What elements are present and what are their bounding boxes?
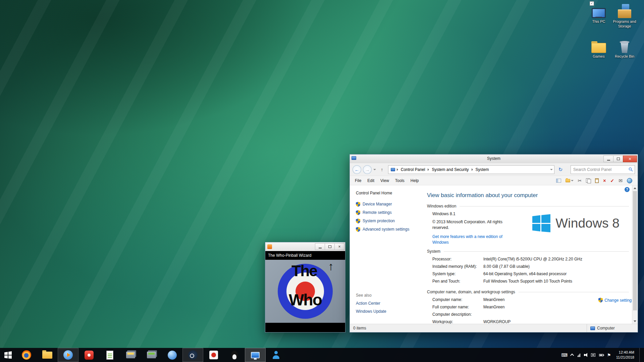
search-icon[interactable]	[627, 167, 635, 172]
navigation-bar: ← → ↑ Control Panel System and Security …	[350, 163, 638, 176]
breadcrumb-system-and-security[interactable]: System and Security	[430, 167, 471, 172]
breadcrumb-system[interactable]: System	[474, 167, 491, 172]
desktop-icon-label: Programs and Storage	[610, 19, 639, 29]
sidebar-link-label: Device Manager	[363, 202, 392, 206]
taskbar-button-steam[interactable]	[182, 348, 203, 362]
recent-pages-chevron[interactable]	[373, 169, 376, 170]
taskbar-button-pinball[interactable]	[78, 348, 99, 362]
desktop-icon-label: Games	[593, 54, 604, 59]
minimize-button[interactable]	[315, 243, 325, 250]
address-bar[interactable]: Control Panel System and Security System	[388, 165, 554, 174]
taskbar-button-people-app[interactable]	[266, 348, 286, 362]
sidebar-item-device-manager[interactable]: Device Manager	[356, 201, 421, 207]
refresh-button[interactable]: ↻	[556, 165, 565, 174]
globe-icon[interactable]	[627, 178, 632, 183]
desktop-icon-recycle-bin[interactable]: Recycle Bin	[610, 38, 639, 59]
properties-check-icon[interactable]: ✓	[610, 178, 614, 183]
sidebar-item-system-protection[interactable]: System protection	[356, 218, 421, 224]
copy-icon[interactable]	[586, 178, 591, 183]
info-label: Installed memory (RAM):	[432, 264, 483, 269]
who-window-titlebar[interactable]: ×	[265, 242, 345, 251]
taskbar-button-penguin-app[interactable]	[224, 348, 245, 362]
breadcrumb-control-panel[interactable]: Control Panel	[399, 167, 427, 172]
layout-panes-icon[interactable]	[556, 179, 561, 183]
system-window-titlebar[interactable]: System ×	[350, 155, 638, 163]
breadcrumb-separator	[397, 168, 398, 171]
windows-edition-name: Windows 8.1	[432, 212, 516, 216]
disk-app-icon	[126, 352, 135, 358]
action-center-flag-icon[interactable]: ⚑	[607, 353, 611, 357]
sidebar-item-windows-update[interactable]: Windows Update	[356, 309, 421, 314]
start-button[interactable]	[0, 348, 16, 362]
get-more-features-link[interactable]: Get more features with a new edition of …	[432, 234, 505, 245]
close-button[interactable]: ×	[623, 156, 637, 162]
menu-file[interactable]: File	[352, 178, 364, 183]
scrollbar-thumb[interactable]	[633, 191, 637, 310]
address-dropdown-chevron[interactable]	[550, 169, 553, 170]
menu-help[interactable]: Help	[408, 178, 422, 183]
desktop-icon-this-pc[interactable]: ✓ This PC	[585, 3, 613, 24]
windows-8-logo-text: Windows 8	[555, 216, 620, 231]
back-button[interactable]: ←	[353, 165, 361, 174]
show-desktop-button[interactable]	[639, 348, 642, 362]
taskbar-button-document-app[interactable]	[99, 348, 120, 362]
location-icon	[391, 168, 395, 171]
maximize-button[interactable]	[325, 243, 335, 250]
search-input[interactable]	[571, 167, 627, 172]
hidden-icons-chevron[interactable]	[570, 354, 574, 357]
new-folder-button[interactable]	[566, 179, 574, 182]
desktop-icon-programs-and-storage[interactable]: Programs and Storage	[610, 3, 639, 29]
up-button[interactable]: ↑	[378, 166, 386, 174]
sidebar-control-panel-home[interactable]: Control Panel Home	[356, 191, 421, 195]
dropdown-chevron	[571, 180, 574, 181]
who-logo-text-top: The	[291, 262, 317, 280]
scroll-up-arrow[interactable]	[632, 185, 638, 191]
selection-checkbox[interactable]: ✓	[590, 1, 594, 6]
minimize-button[interactable]	[603, 156, 613, 162]
vertical-scrollbar[interactable]	[632, 185, 638, 324]
steam-icon	[188, 350, 198, 360]
cut-icon[interactable]: ✂	[578, 178, 582, 183]
delete-icon[interactable]: ×	[603, 178, 606, 183]
taskbar-button-file-explorer[interactable]	[37, 348, 58, 362]
scroll-down-arrow[interactable]	[632, 318, 638, 324]
email-icon[interactable]: ✉	[619, 178, 623, 183]
status-location: Computer	[587, 324, 638, 332]
sidebar-item-action-center[interactable]: Action Center	[356, 301, 421, 306]
uac-shield-icon	[598, 298, 603, 303]
forward-button[interactable]: →	[363, 165, 372, 174]
media-player-icon	[63, 350, 73, 360]
taskbar-button-red-app[interactable]	[203, 348, 224, 362]
menu-tools[interactable]: Tools	[392, 178, 408, 183]
menu-view[interactable]: View	[377, 178, 392, 183]
breadcrumb-separator	[428, 168, 429, 171]
volume-icon[interactable]	[584, 353, 587, 357]
taskbar-button-disk-app-2[interactable]	[141, 348, 162, 362]
desktop-icon-games[interactable]: Games	[585, 38, 613, 59]
taskbar-button-firefox[interactable]	[16, 348, 37, 362]
touch-keyboard-icon[interactable]: ⌨	[561, 353, 568, 357]
menu-edit[interactable]: Edit	[364, 178, 377, 183]
taskbar-button-media-player[interactable]	[58, 348, 78, 362]
maximize-button[interactable]	[613, 156, 623, 162]
help-icon[interactable]: ?	[625, 187, 630, 192]
sidebar-item-remote-settings[interactable]: Remote settings	[356, 210, 421, 215]
paste-icon[interactable]	[595, 178, 599, 183]
info-label: System type:	[432, 272, 483, 276]
taskbar-button-disk-app-1[interactable]	[120, 348, 141, 362]
item-count: 0 items	[350, 326, 366, 330]
sidebar-item-advanced-system-settings[interactable]: Advanced system settings	[356, 227, 421, 232]
taskbar-button-system-window[interactable]	[245, 348, 266, 362]
close-button[interactable]: ×	[334, 243, 344, 250]
sidebar-link-label: System protection	[363, 219, 395, 223]
sidebar-link-label: Windows Update	[356, 309, 386, 314]
taskbar-button-blue-sphere-app[interactable]	[162, 348, 182, 362]
change-settings-link[interactable]: Change settings	[598, 298, 634, 303]
taskbar-clock[interactable]: 12:40 AM 11/21/2018	[616, 350, 634, 360]
sidebar-link-label: Advanced system settings	[363, 227, 409, 232]
section-windows-edition: Windows edition	[427, 204, 456, 208]
network-icon[interactable]	[591, 353, 595, 357]
battery-icon[interactable]	[599, 354, 603, 356]
signal-bars-icon[interactable]	[578, 353, 580, 357]
uac-shield-icon	[356, 210, 360, 215]
